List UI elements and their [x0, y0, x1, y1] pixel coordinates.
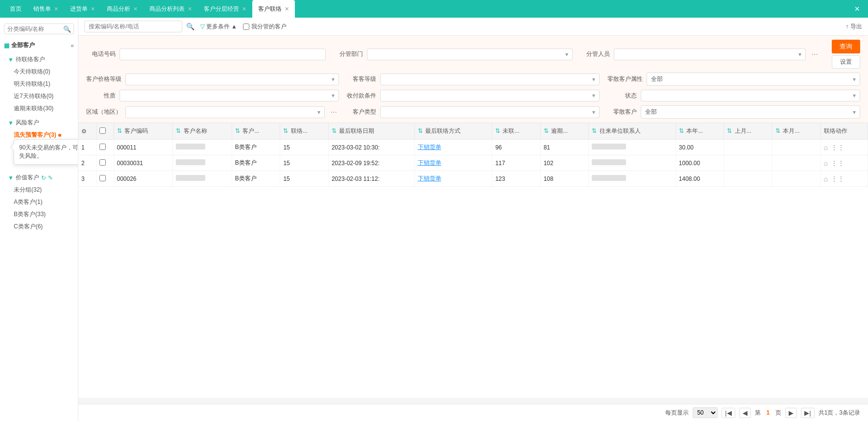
filter-zero-customer-field: 零散客户 全部 ▾	[607, 105, 860, 119]
horizontal-scrollbar[interactable]	[78, 398, 868, 404]
region-more-button[interactable]: ···	[329, 108, 339, 117]
filter-panel: 电话号码 分管部门 ▾ 分管人员 ▾ ···	[78, 36, 868, 123]
export-button[interactable]: ↑ 导出	[845, 23, 862, 31]
chevron-down-icon-3: ▾	[332, 76, 335, 83]
close-product-analysis-tab[interactable]: ✕	[133, 6, 138, 12]
filter-nature-select[interactable]: ▾	[120, 90, 339, 101]
row-checkbox[interactable]	[99, 159, 106, 166]
value-customers-title[interactable]: ▼ 价值客户 ↻ ✎	[0, 172, 78, 184]
first-page-button[interactable]: |◀	[722, 408, 735, 418]
filter-customer-tier-select[interactable]: ▾	[380, 74, 600, 85]
action-more-icon[interactable]: ⋮⋮	[831, 144, 844, 151]
cell-checkbox[interactable]	[96, 140, 114, 155]
tab-product-analysis[interactable]: 商品分析 ✕	[101, 0, 144, 18]
edit-icon[interactable]: ✎	[48, 174, 53, 181]
page-suffix: 页	[775, 409, 781, 417]
settings-button[interactable]: 设置	[832, 55, 860, 69]
cell-uncontacted: 96	[492, 140, 541, 155]
my-customers-checkbox[interactable]	[243, 24, 249, 30]
all-customers-header[interactable]: ▦ 全部客户 «	[0, 38, 78, 52]
close-customer-contact-tab[interactable]: ✕	[285, 6, 289, 12]
cell-unit-contact	[589, 171, 676, 187]
contact-type-link[interactable]: 下销货单	[418, 159, 441, 166]
table-header-row: ⚙ ⇅ 客户编码 ⇅ 客户名称	[78, 123, 868, 140]
refresh-icon[interactable]: ↻	[41, 174, 46, 181]
filter-zero-attr-select[interactable]: 全部 ▾	[647, 73, 860, 86]
contact-type-link[interactable]: 下销货单	[418, 144, 441, 150]
per-page-select[interactable]: 50 100 200	[693, 407, 718, 418]
chevron-down-icon-9: ▾	[317, 109, 320, 116]
col-this-year-header: ⇅ 本年...	[675, 123, 724, 140]
col-last-type-header: ⇅ 最后联络方式	[414, 123, 492, 140]
cell-last-type[interactable]: 下销货单	[414, 155, 492, 171]
tab-home[interactable]: 首页	[4, 0, 27, 18]
cell-last-type[interactable]: 下销货单	[414, 140, 492, 155]
filter-status-select[interactable]: ▾	[641, 90, 860, 101]
tab-customer-tier[interactable]: 客户分层经营 ✕	[198, 0, 252, 18]
sidebar-class-a[interactable]: A类客户(1)	[0, 196, 78, 208]
filter-person-select[interactable]: ▾	[614, 49, 805, 60]
last-page-button[interactable]: ▶|	[801, 408, 814, 418]
tab-product-analysis-list[interactable]: 商品分析列表 ✕	[144, 0, 198, 18]
cell-contact: 15	[280, 155, 329, 171]
cell-checkbox[interactable]	[96, 155, 114, 171]
close-sales-tab[interactable]: ✕	[54, 6, 58, 12]
action-contact-icon[interactable]: ⌂	[824, 144, 828, 151]
sort-icon-10: ⇅	[679, 127, 684, 134]
content-area: 🔍 ▽ 更多条件 ▲ 我分管的客户 ↑ 导出 电话号码	[78, 18, 868, 421]
sidebar-7day-contact[interactable]: 近7天待联络(0)	[0, 90, 78, 102]
tab-customer-contact[interactable]: 客户联络 ✕	[252, 0, 295, 18]
more-conditions-button[interactable]: ▽ 更多条件 ▲	[200, 23, 237, 31]
sidebar-ungrouped[interactable]: 未分组(32)	[0, 184, 78, 196]
next-page-button[interactable]: ▶	[785, 408, 797, 418]
risk-customers-title[interactable]: ▼ 风险客户	[0, 117, 78, 129]
close-all-tabs[interactable]: ✕	[850, 3, 864, 15]
cell-checkbox[interactable]	[96, 171, 114, 187]
filter-zero-customer-select[interactable]: 全部 ▾	[641, 105, 860, 119]
tab-bar-right: ✕	[850, 5, 864, 13]
filter-customer-type-select[interactable]: ▾	[380, 106, 600, 118]
select-all-checkbox[interactable]	[99, 127, 106, 134]
row-checkbox[interactable]	[99, 144, 106, 150]
cell-overdue: 108	[540, 171, 589, 187]
close-purchase-tab[interactable]: ✕	[91, 6, 95, 12]
close-product-list-tab[interactable]: ✕	[188, 6, 192, 12]
filter-payment-field: 收付款条件 ▾	[347, 90, 600, 101]
action-contact-icon[interactable]: ⌂	[824, 175, 828, 183]
prev-page-button[interactable]: ◀	[739, 408, 751, 418]
filter-dept-field: 分管部门 ▾	[334, 49, 573, 60]
filter-region-select[interactable]: ▾	[125, 106, 325, 118]
filter-payment-select[interactable]: ▾	[380, 90, 600, 101]
tab-purchase[interactable]: 进货单 ✕	[64, 0, 101, 18]
filter-search-input[interactable]	[84, 21, 182, 32]
sidebar-class-b[interactable]: B类客户(33)	[0, 208, 78, 221]
person-more-button[interactable]: ···	[810, 50, 820, 59]
sidebar-section-value: ▼ 价值客户 ↻ ✎ 未分组(32) A类客户(1) B类客户(33) C类客户…	[0, 171, 78, 234]
row-checkbox[interactable]	[99, 175, 106, 181]
action-more-icon[interactable]: ⋮⋮	[831, 175, 844, 183]
sidebar-class-c[interactable]: C类客户(6)	[0, 221, 78, 233]
filter-price-tier-select[interactable]: ▾	[125, 74, 339, 85]
sidebar-overdue-contact[interactable]: 逾期未联络(30)	[0, 102, 78, 115]
export-icon: ↑	[845, 23, 848, 30]
pending-contact-title[interactable]: ▼ 待联络客户	[0, 53, 78, 66]
sidebar-search-area: 🔍	[0, 22, 78, 36]
sidebar-tomorrow-contact[interactable]: 明天待联络(1)	[0, 78, 78, 90]
filter-phone-input[interactable]	[120, 49, 326, 60]
tab-sales[interactable]: 销售单 ✕	[27, 0, 64, 18]
filter-dept-select[interactable]: ▾	[367, 49, 573, 60]
col-checkbox-header[interactable]	[96, 123, 114, 140]
filter-search-button[interactable]: 🔍	[186, 23, 194, 30]
col-overdue-header: ⇅ 逾期...	[540, 123, 589, 140]
contact-type-link[interactable]: 下销货单	[418, 175, 441, 182]
action-more-icon[interactable]: ⋮⋮	[831, 159, 844, 167]
pagination: 每页显示 50 100 200 |◀ ◀ 第 1 页 ▶ ▶| 共1页，3条记录	[78, 404, 868, 421]
close-customer-tier-tab[interactable]: ✕	[242, 6, 246, 12]
cell-action: ⌂ ⋮⋮	[820, 155, 868, 171]
query-button[interactable]: 查询	[832, 40, 860, 53]
action-contact-icon[interactable]: ⌂	[824, 159, 828, 167]
cell-last-type[interactable]: 下销货单	[414, 171, 492, 187]
column-settings-icon[interactable]: ⚙	[81, 128, 87, 135]
my-customers-checkbox-label[interactable]: 我分管的客户	[243, 23, 287, 31]
sidebar-today-contact[interactable]: 今天待联络(0)	[0, 66, 78, 78]
